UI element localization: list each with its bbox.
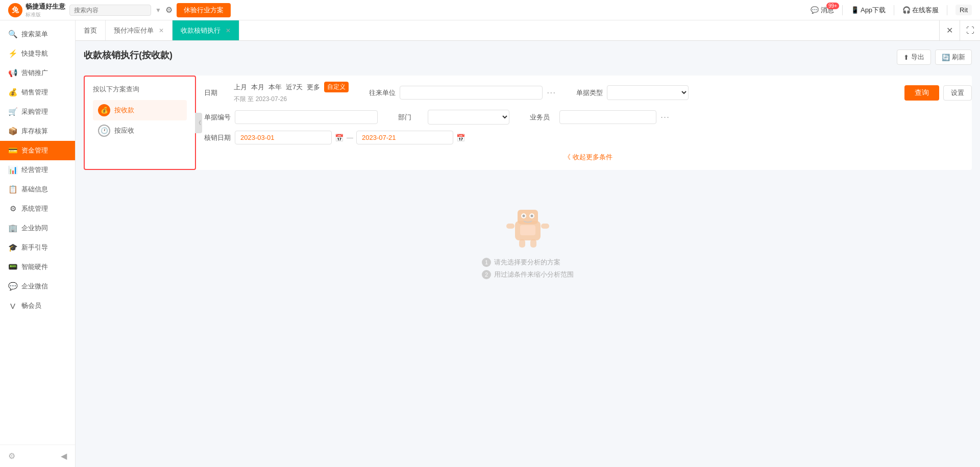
sidebar-item-basic[interactable]: 📋基础信息: [0, 180, 75, 199]
sidebar-item-member[interactable]: V畅会员: [0, 296, 75, 315]
sidebar-icon-search: 🔍: [8, 30, 17, 39]
tab-receipt-verify[interactable]: 收款核销执行✕: [173, 20, 239, 40]
tab-close-prepay[interactable]: ✕: [159, 27, 164, 34]
sidebar-label-wechat: 企业微信: [21, 282, 48, 291]
bill-type-label: 单据类型: [576, 88, 603, 97]
dropdown-arrow-icon[interactable]: ▼: [155, 7, 161, 14]
message-badge: 99+: [826, 3, 839, 9]
content-area: 首页预付冲应付单✕收款核销执行✕ ✕ ⛶ 收款核销执行(按收款) ⬆ 导出 🔄 …: [76, 20, 980, 467]
refresh-button[interactable]: 🔄 刷新: [935, 50, 972, 65]
sidebar-label-system: 系统管理: [21, 204, 48, 213]
counterpart-input[interactable]: [400, 86, 543, 100]
query-button[interactable]: 查询: [904, 85, 939, 101]
brand-logo: 兔: [8, 3, 22, 17]
bill-no-input[interactable]: [235, 110, 378, 124]
bill-no-label: 单据编号: [204, 113, 231, 122]
user-avatar[interactable]: Rit: [955, 5, 972, 15]
calendar-end-icon[interactable]: 📅: [456, 134, 465, 142]
divider: [894, 5, 894, 15]
sales-field: 业务员 ···: [530, 110, 670, 124]
bill-type-select[interactable]: [607, 85, 689, 100]
sidebar-item-inventory[interactable]: 📦库存核算: [0, 121, 75, 141]
online-service-link[interactable]: 🎧 在线客服: [902, 6, 939, 15]
bill-no-field: 单据编号: [204, 110, 378, 124]
sidebar-item-wechat[interactable]: 💬企业微信: [0, 277, 75, 296]
message-button[interactable]: 💬 消息 99+: [811, 6, 834, 15]
filter-option-by-receipt[interactable]: 💰 按收款: [93, 100, 187, 120]
tab-prepay[interactable]: 预付冲应付单✕: [106, 20, 173, 40]
sidebar-item-enterprise[interactable]: 🏢企业协同: [0, 218, 75, 238]
calendar-start-icon[interactable]: 📅: [335, 134, 344, 142]
empty-hints: 1 请先选择要分析的方案 2 用过滤条件来缩小分析范围: [482, 258, 574, 279]
sidebar-item-operation[interactable]: 📊经营管理: [0, 160, 75, 180]
sidebar-icon-enterprise: 🏢: [8, 224, 17, 233]
sidebar-label-purchase: 采购管理: [21, 107, 48, 116]
dept-select[interactable]: [428, 110, 509, 125]
date-tag-custom[interactable]: 自定义: [324, 82, 349, 92]
tab-maximize-button[interactable]: ⛶: [960, 20, 980, 41]
sidebar-item-fund[interactable]: 💳资金管理: [0, 141, 75, 160]
tab-bar: 首页预付冲应付单✕收款核销执行✕ ✕ ⛶: [76, 20, 980, 41]
filter-settings-button[interactable]: 设置: [943, 85, 972, 101]
top-bar-right: 💬 消息 99+ 📱 App下载 🎧 在线客服 Rit: [811, 5, 972, 15]
message-icon: 💬: [811, 6, 819, 14]
filter-panel: 按以下方案查询 💰 按收款 🕐 按应收 《: [84, 76, 972, 170]
gear-icon[interactable]: ⚙: [165, 5, 173, 15]
svg-rect-8: [519, 239, 525, 248]
app-download-link[interactable]: 📱 App下载: [851, 6, 886, 15]
filter-option-by-receivable[interactable]: 🕐 按应收: [93, 120, 187, 141]
sidebar-item-marketing[interactable]: 📢营销推广: [0, 63, 75, 83]
date-tag-this-month[interactable]: 本月: [251, 83, 264, 92]
sidebar-item-sales[interactable]: 💰销售管理: [0, 83, 75, 102]
service-icon: 🎧: [902, 6, 911, 14]
tab-close-receipt-verify[interactable]: ✕: [226, 27, 231, 34]
sidebar-icon-member: V: [8, 302, 17, 310]
svg-point-4: [523, 215, 525, 217]
filter-row-3: 核销日期 📅 — 📅: [204, 131, 972, 144]
collapse-more-button[interactable]: 《 收起更多条件: [204, 151, 972, 164]
app-icon: 📱: [851, 6, 859, 14]
filter-actions: 查询 设置: [904, 85, 972, 101]
sales-input[interactable]: [559, 110, 656, 124]
empty-hint-1: 1 请先选择要分析的方案: [482, 258, 574, 267]
receivable-icon: 🕐: [98, 125, 110, 137]
sales-label: 业务员: [530, 113, 555, 122]
sidebar-item-hardware[interactable]: 📟智能硬件: [0, 257, 75, 277]
tab-home[interactable]: 首页: [76, 20, 106, 40]
svg-rect-7: [541, 224, 549, 229]
svg-rect-6: [506, 224, 514, 229]
date-tag-this-year[interactable]: 本年: [268, 83, 282, 92]
export-button[interactable]: ⬆ 导出: [897, 50, 931, 65]
verify-date-end-input[interactable]: [356, 131, 453, 144]
filter-option-receipt-label: 按收款: [114, 106, 134, 115]
sidebar-item-purchase[interactable]: 🛒采购管理: [0, 102, 75, 121]
collapse-more-icon: 《: [564, 153, 571, 162]
top-search-input[interactable]: [69, 5, 151, 16]
page-content: 收款核销执行(按收款) ⬆ 导出 🔄 刷新 按以下方案查询: [76, 41, 980, 467]
sidebar: 🔍搜索菜单⚡快捷导航📢营销推广💰销售管理🛒采购管理📦库存核算💳资金管理📊经营管理…: [0, 20, 76, 467]
counterpart-more-btn[interactable]: ···: [547, 87, 556, 98]
sidebar-label-basic: 基础信息: [21, 185, 48, 194]
date-tag-last-month[interactable]: 上月: [234, 83, 247, 92]
date-tag-more[interactable]: 更多: [307, 83, 320, 92]
sales-more-btn[interactable]: ···: [660, 112, 670, 122]
date-sublabel: 不限 至 2023-07-26: [234, 95, 349, 104]
sidebar-item-guide[interactable]: 🎓新手引导: [0, 238, 75, 257]
filter-collapse-button[interactable]: 《: [195, 113, 202, 133]
collapse-icon[interactable]: ◀: [61, 451, 67, 461]
sidebar-item-search[interactable]: 🔍搜索菜单: [0, 24, 75, 44]
empty-robot-illustration: [502, 201, 553, 252]
tab-close-all-button[interactable]: ✕: [939, 20, 960, 41]
sidebar-item-system[interactable]: ⚙系统管理: [0, 199, 75, 218]
filter-left-title: 按以下方案查询: [93, 85, 187, 94]
industry-button[interactable]: 休验行业方案: [177, 3, 231, 17]
date-tag-7days[interactable]: 近7天: [286, 83, 303, 92]
brand-name: 畅捷通好生意: [26, 2, 65, 11]
sidebar-label-hardware: 智能硬件: [21, 262, 48, 272]
settings-icon[interactable]: ⚙: [8, 451, 15, 461]
verify-date-start-input[interactable]: [235, 131, 332, 144]
sidebar-item-quick-nav[interactable]: ⚡快捷导航: [0, 44, 75, 63]
counterpart-label: 往来单位: [369, 88, 396, 97]
sidebar-menu: 🔍搜索菜单⚡快捷导航📢营销推广💰销售管理🛒采购管理📦库存核算💳资金管理📊经营管理…: [0, 20, 75, 445]
svg-rect-10: [520, 225, 535, 235]
